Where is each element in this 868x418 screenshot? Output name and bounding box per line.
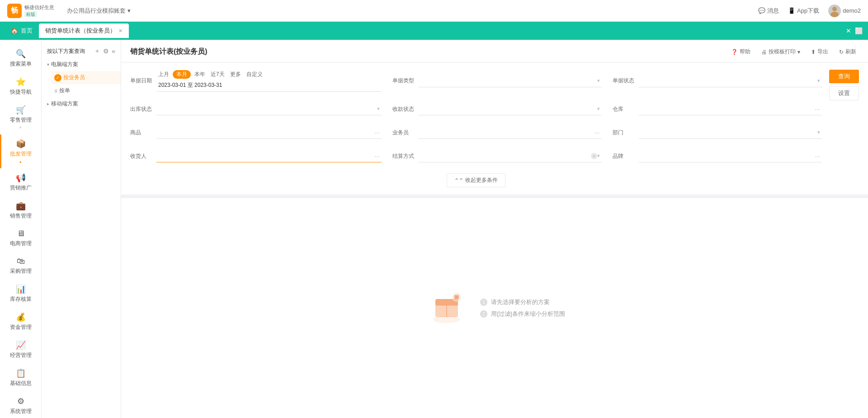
sidebar-item-inventory[interactable]: 📊 库存核算 bbox=[0, 280, 41, 308]
sidebar-item-search-menu[interactable]: 🔍 搜索菜单 bbox=[0, 44, 41, 72]
wholesale-icon: 📦 bbox=[16, 139, 26, 149]
collapse-panel-icon[interactable]: « bbox=[112, 48, 115, 55]
sales-icon: 💼 bbox=[16, 201, 26, 211]
sidebar-item-ecommerce[interactable]: 🖥 电商管理 bbox=[0, 224, 41, 252]
warehouse-input[interactable]: ··· bbox=[639, 103, 822, 115]
top-nav: 畅 畅捷信好生意 标版 办公用品行业模拟账套 ▾ 💬 消息 📱 App下载 de… bbox=[0, 0, 868, 22]
date-tab-more[interactable]: 更多 bbox=[228, 70, 243, 79]
dept-input[interactable]: ▾ bbox=[639, 126, 822, 139]
tree-collapse-icon: ▸ bbox=[47, 101, 49, 106]
date-filter-tabs: 上月 本月 本年 近7天 更多 自定义 bbox=[156, 70, 382, 79]
filter-actions: 查询 设置 bbox=[829, 70, 859, 100]
out-status-dropdown-icon[interactable]: ▾ bbox=[377, 106, 380, 112]
order-status-input[interactable]: ▾ bbox=[639, 75, 822, 87]
filter-row-1: 单据日期 上月 本月 本年 近7天 更多 bbox=[130, 70, 822, 92]
reset-button[interactable]: 设置 bbox=[829, 86, 859, 100]
salesman-input[interactable]: ··· bbox=[419, 126, 602, 139]
date-label: 单据日期 bbox=[130, 77, 153, 85]
date-tab-custom[interactable]: 自定义 bbox=[245, 70, 264, 79]
top-nav-right: 💬 消息 📱 App下载 demo2 bbox=[758, 5, 861, 17]
sidebar-item-system[interactable]: ⚙ 系统管理 bbox=[0, 392, 41, 418]
filter-cell-settlement: 结算方式 × ▾ bbox=[392, 150, 613, 162]
message-action[interactable]: 💬 消息 bbox=[758, 7, 779, 15]
filter-row-4: 收货人 ··· 结算方式 × bbox=[130, 150, 822, 162]
settlement-input[interactable]: × ▾ bbox=[419, 150, 602, 162]
date-tab-this-year[interactable]: 本年 bbox=[193, 70, 207, 79]
sidebar-item-sales[interactable]: 💼 销售管理 bbox=[0, 196, 41, 224]
tab-close-icon[interactable]: ✕ bbox=[118, 28, 123, 34]
out-status-input[interactable]: ▾ bbox=[156, 103, 382, 115]
logo-icon: 畅 bbox=[7, 4, 22, 18]
finance-icon: 💰 bbox=[16, 312, 26, 322]
receipt-status-dropdown-icon[interactable]: ▾ bbox=[597, 106, 600, 112]
download-action[interactable]: 📱 App下载 bbox=[788, 7, 819, 15]
filter-cell-brand: 品牌 ··· bbox=[613, 150, 822, 162]
help-btn[interactable]: ❓ 帮助 bbox=[728, 46, 753, 57]
tab-sales-stat[interactable]: 销货单统计表（按业务员） ✕ bbox=[39, 24, 129, 38]
settings-scheme-icon[interactable]: ⚙ bbox=[103, 48, 109, 55]
close-window-icon[interactable]: ✕ bbox=[846, 27, 851, 34]
expand-icon: ▾ bbox=[19, 125, 22, 130]
dept-dropdown-icon[interactable]: ▾ bbox=[817, 129, 820, 135]
settlement-clear-icon[interactable]: × bbox=[591, 153, 597, 159]
download-icon: 📱 bbox=[788, 7, 795, 14]
receipt-status-label: 收款状态 bbox=[392, 105, 415, 113]
sidebar-item-operation[interactable]: 📈 经营管理 bbox=[0, 336, 41, 364]
filter-cell-receiver: 收货人 ··· bbox=[130, 150, 392, 162]
brand-input[interactable]: ··· bbox=[639, 150, 822, 162]
salesman-label: 业务员 bbox=[392, 129, 415, 137]
order-type-dropdown-icon[interactable]: ▾ bbox=[597, 78, 600, 84]
refresh-btn[interactable]: ↻ 刷新 bbox=[836, 46, 859, 57]
sidebar-item-basic[interactable]: 📋 基础信息 bbox=[0, 364, 41, 392]
top-nav-left: 畅 畅捷信好生意 标版 办公用品行业模拟账套 ▾ bbox=[7, 4, 131, 18]
svg-point-0 bbox=[832, 7, 837, 11]
user-profile[interactable]: demo2 bbox=[828, 5, 861, 17]
expand-window-icon[interactable]: ⬜ bbox=[855, 27, 863, 34]
sidebar-item-wholesale[interactable]: 📦 批发管理 ▴ bbox=[0, 134, 41, 168]
receiver-dots-icon[interactable]: ··· bbox=[374, 152, 380, 160]
help-icon: ❓ bbox=[731, 49, 738, 55]
warehouse-dots-icon[interactable]: ··· bbox=[815, 105, 820, 113]
receiver-input[interactable]: ··· bbox=[156, 150, 382, 162]
tree-item-by-staff[interactable]: ✓ 按业务员 bbox=[51, 71, 121, 84]
content-area: 按以下方案查询 ＋ ⚙ « ▾ 电脑端方案 ✓ 按业务员 ≡ 按单 bbox=[42, 40, 868, 418]
page-title: 销货单统计表(按业务员) bbox=[130, 47, 208, 57]
date-range-input[interactable]: 2023-03-01 至 2023-03-31 bbox=[156, 79, 382, 92]
search-button[interactable]: 查询 bbox=[829, 70, 859, 83]
export-btn[interactable]: ⬆ 导出 bbox=[808, 46, 831, 57]
goods-input[interactable]: ··· bbox=[156, 126, 382, 139]
workspace-dropdown[interactable]: 办公用品行业模拟账套 ▾ bbox=[67, 7, 131, 15]
date-tab-last-month[interactable]: 上月 bbox=[156, 70, 171, 79]
sidebar-item-finance[interactable]: 💰 资金管理 bbox=[0, 308, 41, 336]
brand-label: 品牌 bbox=[613, 152, 635, 160]
salesman-dots-icon[interactable]: ··· bbox=[594, 129, 600, 136]
tab-home[interactable]: 🏠 首页 bbox=[5, 24, 39, 38]
tree-mobile-section[interactable]: ▸ 移动端方案 bbox=[42, 97, 121, 110]
sidebar-item-quick-nav[interactable]: ⭐ 快捷导航 bbox=[0, 72, 41, 100]
order-status-dropdown-icon[interactable]: ▾ bbox=[817, 78, 820, 84]
date-range-value: 2023-03-01 至 2023-03-31 bbox=[158, 81, 380, 89]
sidebar-item-retail[interactable]: 🛒 零售管理 ▾ bbox=[0, 100, 41, 134]
date-tab-7days[interactable]: 近7天 bbox=[209, 70, 226, 79]
date-tab-this-month[interactable]: 本月 bbox=[173, 70, 191, 79]
left-panel-actions: ＋ ⚙ « bbox=[94, 47, 115, 55]
logo-area: 畅 畅捷信好生意 标版 bbox=[7, 4, 54, 18]
order-type-label: 单据类型 bbox=[392, 77, 415, 85]
template-print-btn[interactable]: 🖨 按模板打印 ▾ bbox=[759, 46, 803, 57]
sidebar-item-purchase[interactable]: 🛍 采购管理 bbox=[0, 252, 41, 280]
collapse-row: ⌃⌃ 收起更多条件 bbox=[130, 173, 822, 187]
filter-row-2: 出库状态 ▾ 收款状态 ▾ bbox=[130, 103, 822, 115]
receipt-status-input[interactable]: ▾ bbox=[419, 103, 602, 115]
filter-cell-receipt-status: 收款状态 ▾ bbox=[392, 103, 613, 115]
tree-item-by-order[interactable]: ≡ 按单 bbox=[51, 84, 121, 97]
order-type-input[interactable]: ▾ bbox=[419, 75, 602, 87]
settlement-dropdown-icon[interactable]: ▾ bbox=[597, 153, 600, 159]
goods-dots-icon[interactable]: ··· bbox=[374, 129, 380, 136]
retail-icon: 🛒 bbox=[16, 105, 26, 115]
brand-dots-icon[interactable]: ··· bbox=[815, 152, 820, 160]
svg-point-1 bbox=[830, 12, 839, 17]
collapse-btn[interactable]: ⌃⌃ 收起更多条件 bbox=[447, 173, 505, 187]
sidebar-item-marketing[interactable]: 📢 营销推广 bbox=[0, 168, 41, 196]
tree-pc-section[interactable]: ▾ 电脑端方案 bbox=[42, 58, 121, 71]
add-scheme-icon[interactable]: ＋ bbox=[94, 47, 100, 55]
